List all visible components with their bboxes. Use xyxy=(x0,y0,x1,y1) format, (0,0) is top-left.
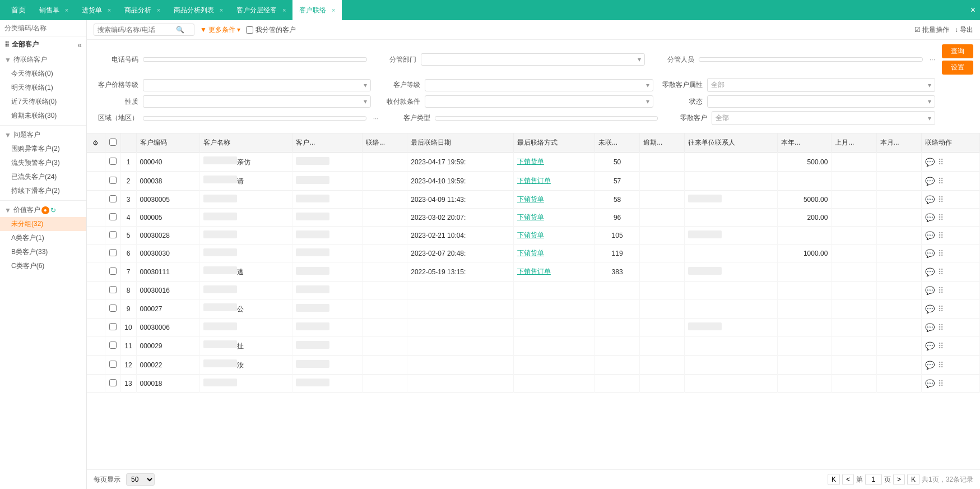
more-actions-icon[interactable]: ⠿ xyxy=(938,305,944,313)
col-last-month[interactable]: 上月... xyxy=(832,133,876,153)
contact-icon[interactable]: 💬 xyxy=(925,158,935,167)
col-last-date[interactable]: 最后联络日期 xyxy=(407,133,514,153)
status-select[interactable]: ▾ xyxy=(707,95,935,108)
row-last-method[interactable] xyxy=(513,375,594,393)
row-last-method[interactable]: 下销货单 xyxy=(513,153,594,172)
close-analysis-list-tab[interactable]: × xyxy=(220,7,223,13)
contact-icon[interactable]: 💬 xyxy=(925,286,935,295)
select-all-checkbox[interactable] xyxy=(109,139,117,146)
sidebar-item-classB[interactable]: B类客户(33) xyxy=(0,245,86,259)
sidebar-item-today[interactable]: 今天待联络(0) xyxy=(0,67,86,81)
sidebar-search-input[interactable] xyxy=(4,24,87,32)
person-more-icon[interactable]: ··· xyxy=(927,56,937,63)
sidebar-item-overdue[interactable]: 逾期未联络(30) xyxy=(0,109,86,123)
contact-icon[interactable]: 💬 xyxy=(925,231,935,240)
retail-select[interactable]: 全部▾ xyxy=(712,111,935,125)
more-actions-icon[interactable]: ⠿ xyxy=(938,231,944,240)
close-customer-contact-tab[interactable]: × xyxy=(332,7,335,13)
grade-select[interactable]: ▾ xyxy=(425,79,653,91)
col-contact[interactable]: 联络... xyxy=(363,133,407,153)
row-last-method[interactable]: 下销货单 xyxy=(513,245,594,262)
sidebar-item-churned[interactable]: 已流失客户(24) xyxy=(0,170,86,184)
sidebar-collapse-btn[interactable]: « xyxy=(77,40,82,49)
batch-op-btn[interactable]: ☑ 批量操作 xyxy=(914,25,949,35)
col-not-contact[interactable]: 未联... xyxy=(594,133,639,153)
sidebar-item-ungrp[interactable]: 未分组(32) xyxy=(0,217,86,231)
sidebar-section-value[interactable]: ▼ 价值客户 ● ↻ xyxy=(0,203,86,217)
nav-tab-sales[interactable]: 销售单 × xyxy=(32,0,75,20)
contact-icon[interactable]: 💬 xyxy=(925,379,935,388)
row-last-method[interactable] xyxy=(513,282,594,299)
contact-icon[interactable]: 💬 xyxy=(925,305,935,313)
sidebar-item-7days[interactable]: 近7天待联络(0) xyxy=(0,95,86,109)
sidebar-item-churn-warning[interactable]: 流失预警客户(3) xyxy=(0,156,86,170)
col-code[interactable]: 客户编码 xyxy=(136,133,199,153)
col-settings[interactable]: ⚙ xyxy=(87,133,105,153)
dept-select[interactable]: ▾ xyxy=(421,53,645,66)
sidebar-item-tomorrow[interactable]: 明天待联络(1) xyxy=(0,81,86,95)
col-this-year[interactable]: 本年... xyxy=(778,133,832,153)
row-checkbox[interactable] xyxy=(109,195,117,202)
more-actions-icon[interactable]: ⠿ xyxy=(938,361,944,370)
contact-icon[interactable]: 💬 xyxy=(925,177,935,186)
nav-tab-analysis-list[interactable]: 商品分析列表 × xyxy=(167,0,230,20)
row-checkbox-cell[interactable] xyxy=(105,191,120,209)
col-name[interactable]: 客户名称 xyxy=(199,133,292,153)
area-more-icon[interactable]: ··· xyxy=(371,114,381,122)
cust-type-input[interactable] xyxy=(435,116,658,121)
row-checkbox[interactable] xyxy=(109,361,117,368)
nature-select[interactable]: ▾ xyxy=(143,95,371,108)
row-checkbox-cell[interactable] xyxy=(105,227,120,245)
area-input[interactable] xyxy=(143,116,366,121)
phone-input[interactable] xyxy=(143,57,367,62)
more-actions-icon[interactable]: ⠿ xyxy=(938,158,944,167)
sidebar-item-classC[interactable]: C类客户(6) xyxy=(0,259,86,273)
next-page-btn[interactable]: > xyxy=(893,474,905,485)
filter-more-btn[interactable]: ▼ 更多条件 ▾ xyxy=(200,25,240,35)
more-actions-icon[interactable]: ⠿ xyxy=(938,213,944,222)
contact-icon[interactable]: 💬 xyxy=(925,323,935,332)
contact-icon[interactable]: 💬 xyxy=(925,195,935,204)
col-checkbox[interactable] xyxy=(105,133,120,153)
close-sales-tab[interactable]: × xyxy=(65,7,68,13)
more-actions-icon[interactable]: ⠿ xyxy=(938,323,944,332)
row-checkbox[interactable] xyxy=(109,177,117,184)
page-size-select[interactable]: 50 20 100 xyxy=(126,473,155,486)
first-page-btn[interactable]: K xyxy=(828,474,840,485)
contact-icon[interactable]: 💬 xyxy=(925,361,935,370)
nav-tab-customer-contact[interactable]: 客户联络 × xyxy=(292,0,342,20)
page-input[interactable] xyxy=(865,474,882,485)
row-last-method[interactable] xyxy=(513,356,594,375)
row-checkbox[interactable] xyxy=(109,323,117,330)
row-checkbox-cell[interactable] xyxy=(105,262,120,282)
my-customers-checkbox[interactable]: 我分管的客户 xyxy=(246,25,296,35)
payment-select[interactable]: ▾ xyxy=(425,95,653,108)
query-button[interactable]: 查询 xyxy=(942,44,973,58)
filter-search-input[interactable] xyxy=(97,26,176,34)
contact-icon[interactable]: 💬 xyxy=(925,267,935,276)
row-checkbox[interactable] xyxy=(109,231,117,238)
row-last-method[interactable] xyxy=(513,319,594,336)
close-customer-segment-tab[interactable]: × xyxy=(282,7,286,13)
nav-tab-purchase[interactable]: 进货单 × xyxy=(75,0,118,20)
row-checkbox[interactable] xyxy=(109,213,117,220)
close-window-button[interactable]: × xyxy=(970,5,976,15)
sidebar-item-declining[interactable]: 持续下滑客户(2) xyxy=(0,184,86,198)
prev-page-btn[interactable]: < xyxy=(842,474,854,485)
row-checkbox[interactable] xyxy=(109,286,117,293)
col-type[interactable]: 客户... xyxy=(292,133,363,153)
nav-home[interactable]: 首页 xyxy=(4,0,32,20)
row-last-method[interactable]: 下销售订单 xyxy=(513,262,594,282)
col-last-method[interactable]: 最后联络方式 xyxy=(513,133,594,153)
more-actions-icon[interactable]: ⠿ xyxy=(938,195,944,204)
row-checkbox-cell[interactable] xyxy=(105,356,120,375)
export-btn[interactable]: ↓ 导出 xyxy=(955,25,973,35)
row-last-method[interactable]: 下销货单 xyxy=(513,191,594,209)
row-checkbox-cell[interactable] xyxy=(105,153,120,172)
reset-button[interactable]: 设置 xyxy=(942,61,973,75)
col-this-month[interactable]: 本月... xyxy=(876,133,921,153)
row-checkbox-cell[interactable] xyxy=(105,245,120,262)
contact-icon[interactable]: 💬 xyxy=(925,213,935,222)
row-last-method[interactable] xyxy=(513,299,594,319)
more-actions-icon[interactable]: ⠿ xyxy=(938,267,944,276)
